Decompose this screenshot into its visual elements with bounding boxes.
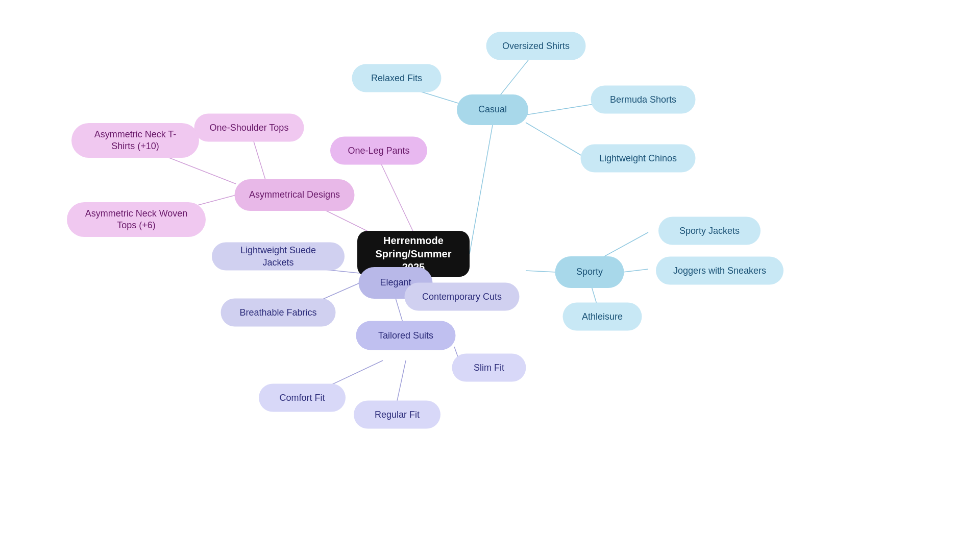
node-joggers-sneakers[interactable]: Joggers with Sneakers — [656, 257, 783, 285]
node-asymmetric-neck-woven[interactable]: Asymmetric Neck Woven Tops (+6) — [67, 202, 206, 237]
node-lightweight-chinos[interactable]: Lightweight Chinos — [581, 145, 696, 173]
node-comfort-fit[interactable]: Comfort Fit — [259, 384, 346, 412]
node-lightweight-suede[interactable]: Lightweight Suede Jackets — [212, 243, 345, 271]
svg-line-0 — [470, 125, 493, 254]
node-sporty[interactable]: Sporty — [555, 256, 624, 288]
svg-line-7 — [623, 269, 648, 272]
node-bermuda-shorts[interactable]: Bermuda Shorts — [591, 86, 696, 114]
node-casual[interactable]: Casual — [457, 94, 528, 125]
node-one-leg-pants[interactable]: One-Leg Pants — [330, 137, 427, 165]
svg-line-3 — [526, 103, 600, 115]
svg-line-5 — [526, 271, 556, 272]
node-slim-fit[interactable]: Slim Fit — [452, 354, 526, 382]
node-sporty-jackets[interactable]: Sporty Jackets — [658, 217, 761, 245]
node-athleisure[interactable]: Athleisure — [563, 303, 642, 331]
node-regular-fit[interactable]: Regular Fit — [354, 401, 440, 429]
node-tailored-suits[interactable]: Tailored Suits — [356, 321, 456, 350]
svg-line-4 — [526, 123, 582, 156]
node-asymmetric-neck-tshirts[interactable]: Asymmetric Neck T-Shirts (+10) — [71, 123, 199, 158]
node-oversized-shirts[interactable]: Oversized Shirts — [486, 32, 586, 60]
node-asymmetrical-designs[interactable]: Asymmetrical Designs — [235, 179, 355, 211]
node-breathable-fabrics[interactable]: Breathable Fabrics — [221, 299, 336, 327]
node-contemporary-cuts[interactable]: Contemporary Cuts — [405, 283, 520, 311]
svg-line-15 — [397, 360, 406, 401]
node-one-shoulder-tops[interactable]: One-Shoulder Tops — [194, 114, 304, 142]
node-relaxed-fits[interactable]: Relaxed Fits — [352, 64, 442, 92]
